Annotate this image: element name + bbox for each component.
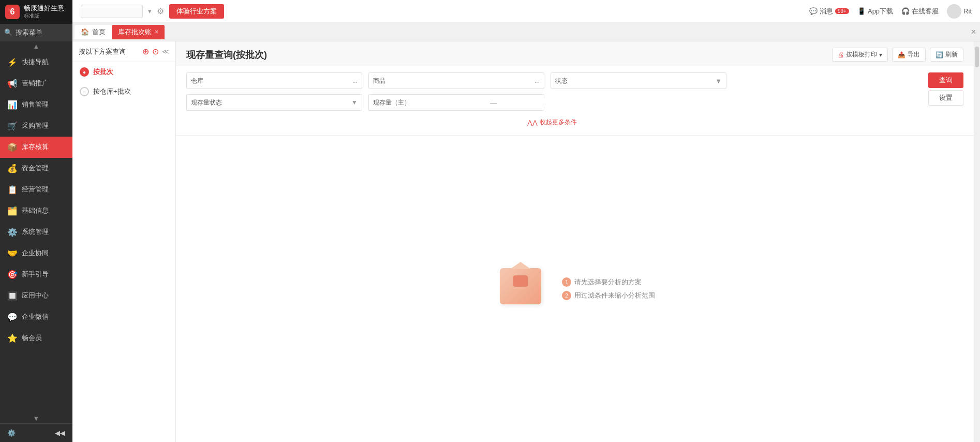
sidebar-item-quick-nav[interactable]: ⚡ 快捷导航 bbox=[0, 52, 72, 73]
tab-close-icon[interactable]: × bbox=[155, 28, 158, 36]
filter-product[interactable]: 商品 ... bbox=[368, 72, 544, 89]
online-service-btn[interactable]: 🎧 在线客服 bbox=[901, 7, 939, 16]
topbar-chevron-icon[interactable]: ▾ bbox=[148, 7, 152, 15]
settings-btn[interactable]: 设置 bbox=[928, 90, 963, 106]
sidebar-item-member[interactable]: ⭐ 畅会员 bbox=[0, 328, 72, 349]
filter-area: 仓库 ... 商品 ... 状态 ▼ bbox=[176, 66, 974, 136]
product-more-btn[interactable]: ... bbox=[534, 77, 540, 84]
headset-icon: 🎧 bbox=[901, 7, 910, 15]
scheme-item-warehouse-batch[interactable]: ○ 按仓库+批次 bbox=[72, 82, 175, 101]
sidebar-item-label: 新手引导 bbox=[22, 270, 49, 279]
warehouse-more-btn[interactable]: ... bbox=[352, 77, 358, 84]
sidebar-item-apps[interactable]: 🔲 应用中心 bbox=[0, 285, 72, 306]
scheme-dot-batch: ● bbox=[80, 67, 89, 77]
sidebar-item-marketing[interactable]: 📢 营销推广 bbox=[0, 73, 72, 94]
status-dropdown-arrow[interactable]: ▼ bbox=[715, 77, 722, 85]
filter-warehouse[interactable]: 仓库 ... bbox=[186, 72, 362, 89]
scroll-thumb bbox=[975, 47, 979, 67]
try-industry-btn[interactable]: 体验行业方案 bbox=[169, 4, 224, 19]
print-btn[interactable]: 🖨 按模板打印 ▾ bbox=[832, 48, 888, 62]
topbar-gear-icon[interactable]: ⚙ bbox=[157, 6, 164, 16]
sidebar-item-purchase[interactable]: 🛒 采购管理 bbox=[0, 115, 72, 137]
query-btn[interactable]: 查询 bbox=[928, 72, 963, 88]
page-title: 现存量查询(按批次) bbox=[186, 49, 267, 61]
inventory-icon: 📦 bbox=[7, 142, 18, 152]
app-download-btn[interactable]: 📱 App下载 bbox=[857, 7, 893, 16]
topbar-search-input[interactable] bbox=[81, 5, 143, 18]
action-btn-row: 查询 设置 bbox=[928, 72, 963, 106]
empty-face bbox=[513, 275, 528, 287]
product-input[interactable] bbox=[389, 77, 534, 84]
scheme-settings-btn[interactable]: ⊙ bbox=[152, 47, 159, 56]
right-scrollbar[interactable] bbox=[974, 41, 980, 442]
hint-num-2: 2 bbox=[562, 291, 571, 300]
scheme-header: 按以下方案查询 ⊕ ⊙ ≪ bbox=[72, 41, 175, 62]
print-dropdown-icon[interactable]: ▾ bbox=[879, 51, 882, 58]
avatar bbox=[947, 4, 961, 19]
refresh-btn[interactable]: 🔄 刷新 bbox=[930, 48, 963, 62]
sidebar-item-label: 企业微信 bbox=[22, 312, 49, 321]
inventory-status-arrow[interactable]: ▼ bbox=[351, 99, 358, 106]
sidebar-item-label: 快捷导航 bbox=[22, 57, 49, 67]
close-panel-btn[interactable]: × bbox=[971, 27, 976, 37]
member-icon: ⭐ bbox=[7, 333, 18, 343]
inventory-qty-max[interactable] bbox=[499, 99, 576, 106]
basic-icon: 🗂️ bbox=[7, 206, 18, 216]
sidebar-item-wechat[interactable]: 💬 企业微信 bbox=[0, 306, 72, 328]
empty-text-wrap: 1 请先选择要分析的方案 2 用过滤条件来缩小分析范围 bbox=[562, 277, 655, 300]
filter-row-2: 现存量状态 ▼ 现存量（主） — bbox=[186, 94, 918, 111]
sidebar-item-finance[interactable]: 💰 资金管理 bbox=[0, 158, 72, 179]
sidebar-item-system[interactable]: ⚙️ 系统管理 bbox=[0, 222, 72, 243]
sidebar-nav: ⚡ 快捷导航 📢 营销推广 📊 销售管理 🛒 采购管理 📦 库存核算 💰 资金管… bbox=[0, 52, 72, 413]
collapse-icon[interactable]: ◀◀ bbox=[55, 429, 65, 437]
topbar: ▾ ⚙ 体验行业方案 💬 消息 99+ 📱 App下载 🎧 在线客服 Rit bbox=[72, 0, 980, 23]
tab-home[interactable]: 🏠 首页 bbox=[75, 25, 112, 39]
sidebar-item-inventory[interactable]: 📦 库存核算 bbox=[0, 137, 72, 158]
sidebar-item-basic[interactable]: 🗂️ 基础信息 bbox=[0, 200, 72, 222]
username: Rit bbox=[963, 7, 972, 15]
empty-box bbox=[500, 268, 541, 304]
home-icon: 🏠 bbox=[81, 28, 89, 36]
print-icon: 🖨 bbox=[838, 51, 844, 58]
inventory-qty-min[interactable] bbox=[410, 99, 488, 106]
scheme-item-label: 按批次 bbox=[93, 67, 113, 77]
message-btn[interactable]: 💬 消息 99+ bbox=[809, 7, 849, 16]
scheme-add-btn[interactable]: ⊕ bbox=[142, 47, 149, 56]
sidebar-scroll-down[interactable]: ▼ bbox=[0, 413, 72, 423]
sidebar-item-label: 应用中心 bbox=[22, 291, 49, 300]
hint-num-1: 1 bbox=[562, 277, 571, 287]
scheme-collapse-btn[interactable]: ≪ bbox=[162, 48, 169, 55]
search-icon: 🔍 bbox=[4, 28, 12, 36]
app-name: 畅康通好生意 bbox=[24, 4, 64, 12]
sidebar-item-sales[interactable]: 📊 销售管理 bbox=[0, 94, 72, 115]
warehouse-input[interactable] bbox=[206, 77, 352, 84]
enterprise-icon: 🤝 bbox=[7, 248, 18, 258]
scheme-header-title: 按以下方案查询 bbox=[79, 47, 126, 56]
filter-status[interactable]: 状态 ▼ bbox=[551, 72, 726, 89]
sidebar-item-newbie[interactable]: 🎯 新手引导 bbox=[0, 264, 72, 285]
filter-inventory-status[interactable]: 现存量状态 ▼ bbox=[186, 94, 362, 111]
sidebar-item-label: 畅会员 bbox=[22, 333, 42, 343]
user-info-btn[interactable]: Rit bbox=[947, 4, 972, 19]
app-logo: 6 bbox=[5, 5, 20, 19]
settings-icon[interactable]: ⚙️ bbox=[7, 429, 16, 437]
sidebar-item-operation[interactable]: 📋 经营管理 bbox=[0, 179, 72, 200]
sidebar-item-enterprise[interactable]: 🤝 企业协同 bbox=[0, 243, 72, 264]
empty-state: 1 请先选择要分析的方案 2 用过滤条件来缩小分析范围 bbox=[176, 136, 974, 442]
sidebar-item-label: 企业协同 bbox=[22, 248, 49, 258]
sidebar-scroll-up[interactable]: ▲ bbox=[0, 41, 72, 52]
apps-icon: 🔲 bbox=[7, 291, 18, 301]
scheme-item-batch[interactable]: ● 按批次 bbox=[72, 62, 175, 82]
empty-hint-1: 1 请先选择要分析的方案 bbox=[562, 277, 655, 287]
sidebar-item-label: 经营管理 bbox=[22, 185, 49, 194]
export-btn[interactable]: 📤 导出 bbox=[892, 48, 926, 62]
tab-inventory-batch[interactable]: 库存批次账 × bbox=[112, 25, 165, 39]
collapse-btn[interactable]: ⋀⋀ 收起更多条件 bbox=[186, 116, 918, 129]
app-info: 畅康通好生意 标准版 bbox=[24, 4, 64, 20]
sidebar-search[interactable]: 🔍 搜索菜单 bbox=[0, 24, 72, 41]
inventory-qty-separator: — bbox=[488, 99, 499, 107]
scheme-item-label: 按仓库+批次 bbox=[93, 87, 131, 96]
page-title-bar: 现存量查询(按批次) 🖨 按模板打印 ▾ 📤 导出 🔄 刷新 bbox=[176, 41, 974, 66]
warehouse-label: 仓库 bbox=[191, 77, 203, 85]
topbar-right: 💬 消息 99+ 📱 App下载 🎧 在线客服 Rit bbox=[809, 4, 972, 19]
